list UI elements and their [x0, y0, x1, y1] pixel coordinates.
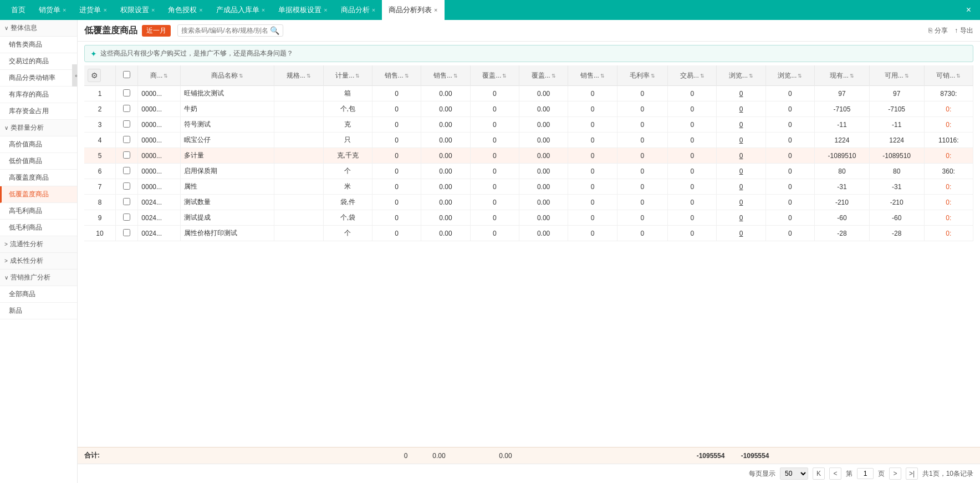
row-select-checkbox[interactable]	[123, 167, 130, 174]
row-select-checkbox[interactable]	[123, 213, 130, 221]
nav-close-icon[interactable]: ×	[372, 7, 375, 13]
sales-amount-column-header[interactable]: 销售...⇅	[421, 65, 470, 86]
row-checkbox[interactable]	[116, 148, 138, 164]
row-select-checkbox[interactable]	[123, 151, 130, 159]
row-browse1[interactable]: 0	[717, 133, 765, 148]
row-select-checkbox[interactable]	[123, 198, 130, 205]
current-stock-column-header[interactable]: 现有...⇅	[815, 65, 870, 86]
sidebar-item-new-goods[interactable]: 新品	[0, 303, 77, 319]
sales-rate-column-header[interactable]: 销售...⇅	[568, 65, 617, 86]
row-checkbox[interactable]	[116, 195, 138, 210]
settings-column-header[interactable]: ⚙	[84, 65, 116, 86]
row-select-checkbox[interactable]	[123, 105, 130, 112]
nav-close-icon[interactable]: ×	[199, 7, 202, 13]
row-checkbox[interactable]	[116, 117, 138, 133]
spec-column-header[interactable]: 规格...⇅	[274, 65, 323, 86]
row-sales-amount: 0.00	[421, 86, 470, 101]
row-browse1[interactable]: 0	[717, 86, 765, 101]
window-close-button[interactable]: ×	[962, 5, 976, 15]
nav-close-icon-active[interactable]: ×	[434, 7, 437, 13]
first-page-button[interactable]: K	[813, 467, 825, 480]
sidebar-section-group-analysis[interactable]: ∨ 类群量分析	[0, 120, 77, 136]
coverage2-column-header[interactable]: 覆盖...⇅	[519, 65, 568, 86]
date-filter-button[interactable]: 近一月	[142, 25, 171, 37]
row-select-checkbox[interactable]	[123, 89, 130, 96]
row-select-checkbox[interactable]	[123, 182, 130, 190]
sidebar-item-low-margin[interactable]: 低毛利商品	[0, 220, 77, 236]
row-checkbox[interactable]	[116, 133, 138, 148]
column-settings-button[interactable]: ⚙	[88, 69, 101, 82]
sidebar-item-inventory-capital[interactable]: 库存资金占用	[0, 103, 77, 120]
sidebar-item-in-stock-goods[interactable]: 有库存的商品	[0, 87, 77, 103]
coverage1-column-header[interactable]: 覆盖...⇅	[470, 65, 519, 86]
sidebar-item-traded-goods[interactable]: 交易过的商品	[0, 53, 77, 70]
search-input[interactable]	[181, 27, 270, 34]
row-browse1[interactable]: 0	[717, 195, 765, 210]
sidebar-item-low-value[interactable]: 低价值商品	[0, 153, 77, 170]
export-button[interactable]: ↑ 导出	[955, 26, 973, 35]
available-stock-column-header[interactable]: 可用...⇅	[869, 65, 924, 86]
row-select-checkbox[interactable]	[123, 120, 130, 128]
unit-column-header[interactable]: 计量...⇅	[323, 65, 372, 86]
row-checkbox[interactable]	[116, 179, 138, 195]
row-browse1[interactable]: 0	[717, 226, 765, 241]
sidebar-item-high-margin[interactable]: 高毛利商品	[0, 203, 77, 220]
sidebar-item-sales-goods[interactable]: 销售类商品	[0, 37, 77, 53]
row-checkbox[interactable]	[116, 210, 138, 226]
share-button[interactable]: ⎘ 分享	[928, 26, 948, 35]
browse1-column-header[interactable]: 浏览...⇅	[717, 65, 765, 86]
name-column-header[interactable]: 商品名称⇅	[181, 65, 274, 86]
gross-margin-column-header[interactable]: 毛利率⇅	[617, 65, 667, 86]
nav-product-entry[interactable]: 产成品入库单×	[210, 0, 272, 20]
sidebar-item-all-goods[interactable]: 全部商品	[0, 286, 77, 303]
sidebar-section-liquidity[interactable]: > 流通性分析	[0, 236, 77, 253]
prev-page-button[interactable]: <	[829, 467, 841, 480]
nav-permission-settings[interactable]: 权限设置×	[114, 0, 161, 20]
nav-template-settings[interactable]: 单据模板设置×	[272, 0, 334, 20]
sidebar-item-low-coverage[interactable]: 低覆盖度商品	[0, 186, 77, 203]
nav-close-icon[interactable]: ×	[103, 7, 106, 13]
search-icon[interactable]: 🔍	[270, 26, 279, 35]
saleable-column-header[interactable]: 可销...⇅	[924, 65, 973, 86]
nav-purchase-order[interactable]: 进货单×	[73, 0, 113, 20]
nav-role-auth[interactable]: 角色授权×	[161, 0, 209, 20]
sidebar-collapse-button[interactable]: «	[72, 64, 78, 87]
browse2-column-header[interactable]: 浏览...⇅	[765, 65, 814, 86]
nav-close-icon[interactable]: ×	[262, 7, 265, 13]
row-browse1[interactable]: 0	[717, 179, 765, 195]
row-checkbox[interactable]	[116, 86, 138, 101]
sales-count-column-header[interactable]: 销售...⇅	[372, 65, 421, 86]
nav-close-icon[interactable]: ×	[151, 7, 155, 13]
last-page-button[interactable]: >|	[906, 467, 918, 480]
next-page-button[interactable]: >	[889, 467, 901, 480]
table-footer: 合计: 0 0.00 0.00 -1095554 -1095554	[78, 447, 980, 464]
sidebar-item-high-coverage[interactable]: 高覆盖度商品	[0, 170, 77, 186]
row-browse1[interactable]: 0	[717, 101, 765, 117]
nav-product-analysis-list[interactable]: 商品分析列表×	[382, 0, 444, 20]
nav-close-icon[interactable]: ×	[63, 7, 66, 13]
nav-home[interactable]: 首页	[4, 0, 32, 20]
row-checkbox[interactable]	[116, 226, 138, 241]
transaction-column-header[interactable]: 交易...⇅	[668, 65, 717, 86]
checkbox-column-header[interactable]	[116, 65, 138, 86]
select-all-checkbox[interactable]	[123, 71, 130, 78]
row-checkbox[interactable]	[116, 101, 138, 117]
sidebar-section-marketing[interactable]: ∨ 营销推广分析	[0, 270, 77, 286]
per-page-select[interactable]: 50 10 20 100	[780, 467, 808, 480]
nav-sales-order[interactable]: 销货单×	[32, 0, 73, 20]
row-select-checkbox[interactable]	[123, 229, 130, 236]
row-checkbox[interactable]	[116, 164, 138, 179]
code-column-header[interactable]: 商...⇅	[138, 65, 181, 86]
sidebar-section-overall[interactable]: ∨ 整体信息	[0, 20, 77, 37]
row-browse1[interactable]: 0	[717, 164, 765, 179]
nav-product-analysis[interactable]: 商品分析×	[334, 0, 382, 20]
sidebar-item-high-value[interactable]: 高价值商品	[0, 136, 77, 153]
nav-close-icon[interactable]: ×	[324, 7, 327, 13]
row-browse1[interactable]: 0	[717, 210, 765, 226]
sidebar-item-category-turnover[interactable]: 商品分类动销率	[0, 70, 77, 87]
row-browse1[interactable]: 0	[717, 148, 765, 164]
page-number-input[interactable]	[857, 468, 874, 479]
row-select-checkbox[interactable]	[123, 136, 130, 143]
sidebar-section-growth[interactable]: > 成长性分析	[0, 253, 77, 270]
row-browse1[interactable]: 0	[717, 117, 765, 133]
